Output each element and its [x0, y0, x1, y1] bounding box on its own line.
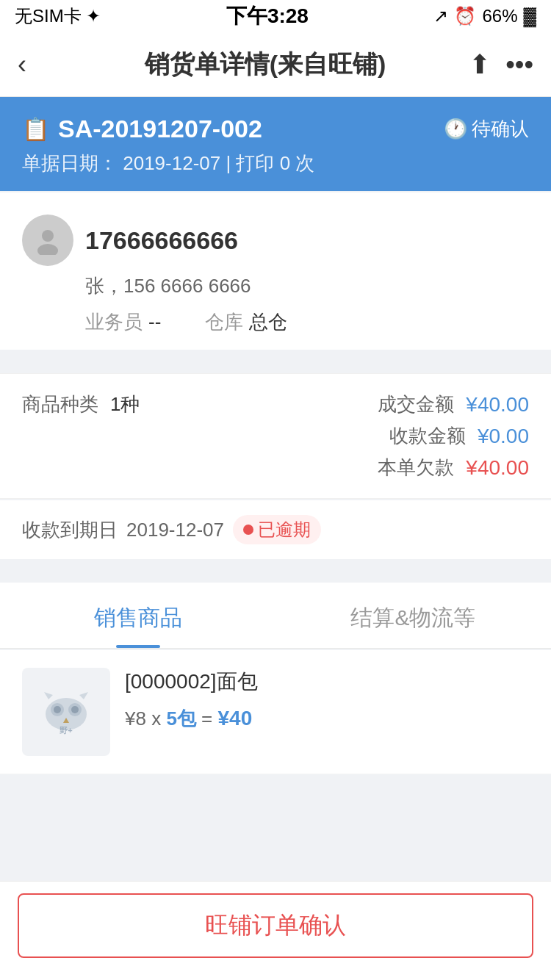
order-date-line: 单据日期： 2019-12-07 | 打印 0 次 [22, 151, 529, 176]
due-date-label: 收款到期日 [22, 517, 118, 543]
order-status: 🕐 待确认 [444, 116, 529, 142]
owed-row: 本单欠款 ¥40.00 [378, 455, 529, 480]
product-image: 野+ [22, 668, 110, 756]
overdue-label: 已逾期 [258, 518, 311, 541]
clock-icon: 🕐 [444, 118, 467, 140]
page-title: 销货单详情(来自旺铺) [62, 48, 469, 82]
product-total: ¥40 [218, 707, 253, 729]
warehouse-value: 总仓 [249, 309, 287, 335]
tab-settlement[interactable]: 结算&物流等 [276, 583, 551, 648]
location-icon: ↗ [433, 6, 448, 26]
sales-meta: 业务员 -- [85, 309, 161, 335]
tab-sales-products[interactable]: 销售商品 [0, 583, 276, 648]
product-type-value: 1种 [110, 392, 140, 417]
deal-amount-label: 成交金额 [378, 392, 454, 417]
svg-text:野+: 野+ [60, 726, 72, 735]
more-icon[interactable]: ••• [505, 49, 533, 80]
warehouse-meta: 仓库 总仓 [205, 309, 287, 335]
summary-right: 成交金额 ¥40.00 收款金额 ¥0.00 本单欠款 ¥40.00 [378, 392, 529, 480]
equals-sign: = [201, 707, 217, 729]
svg-point-5 [54, 706, 61, 713]
nav-bar: ‹ 销货单详情(来自旺铺) ⬆ ••• [0, 32, 551, 97]
order-banner-top: 📋 SA-20191207-002 🕐 待确认 [22, 115, 529, 143]
divider-1 [0, 350, 551, 361]
nav-actions: ⬆ ••• [469, 49, 533, 80]
summary-left: 商品种类 1种 [22, 392, 140, 417]
customer-name: 张，156 6666 6666 [85, 273, 529, 299]
product-price-line: ¥8 x 5包 = ¥40 [125, 706, 529, 732]
tabs-section: 销售商品 结算&物流等 [0, 583, 551, 649]
svg-marker-10 [79, 692, 88, 699]
back-button[interactable]: ‹ [18, 49, 62, 80]
customer-phone: 17666666666 [85, 226, 238, 255]
tab-underline [116, 645, 160, 648]
avatar [22, 215, 73, 266]
multiply-sign: x [151, 707, 166, 729]
overdue-badge: 已逾期 [233, 515, 321, 544]
deal-amount-row: 成交金额 ¥40.00 [378, 392, 529, 417]
divider-2 [0, 559, 551, 571]
product-info: [0000002]面包 ¥8 x 5包 = ¥40 [125, 668, 529, 732]
due-section: 收款到期日 2019-12-07 已逾期 [0, 500, 551, 559]
order-banner: 📋 SA-20191207-002 🕐 待确认 单据日期： 2019-12-07… [0, 97, 551, 191]
overdue-dot-icon [243, 525, 253, 535]
received-row: 收款金额 ¥0.00 [389, 423, 529, 449]
confirm-order-button[interactable]: 旺铺订单确认 [18, 893, 533, 958]
order-icon: 📋 [22, 116, 49, 142]
battery-icon: ▓ [524, 6, 537, 26]
svg-point-6 [71, 706, 79, 713]
owed-label: 本单欠款 [378, 455, 454, 480]
due-date-value: 2019-12-07 [126, 519, 224, 541]
customer-meta: 业务员 -- 仓库 总仓 [85, 309, 529, 335]
customer-section: 17666666666 张，156 6666 6666 业务员 -- 仓库 总仓 [0, 192, 551, 350]
summary-section: 商品种类 1种 成交金额 ¥40.00 收款金额 ¥0.00 本单欠款 ¥40.… [0, 373, 551, 499]
share-icon[interactable]: ⬆ [469, 49, 491, 80]
product-price: ¥8 [125, 707, 146, 729]
carrier-text: 无SIM卡 ✦ [15, 4, 101, 28]
received-label: 收款金额 [389, 423, 466, 449]
deal-amount-value: ¥40.00 [466, 393, 529, 417]
svg-point-0 [42, 230, 54, 242]
customer-top: 17666666666 [22, 215, 529, 266]
product-item: 野+ [0000002]面包 ¥8 x 5包 = ¥40 [0, 650, 551, 774]
received-value: ¥0.00 [478, 425, 529, 448]
order-id: 📋 SA-20191207-002 [22, 115, 262, 143]
sales-value: -- [148, 311, 161, 334]
product-quantity: 5包 [166, 707, 195, 729]
owed-value: ¥40.00 [466, 456, 529, 480]
battery-text: 66% [482, 6, 517, 26]
warehouse-label: 仓库 [205, 309, 243, 335]
status-bar: 无SIM卡 ✦ 下午3:28 ↗ ⏰ 66% ▓ [0, 0, 551, 32]
product-type-label: 商品种类 [22, 392, 98, 417]
tabs-row: 销售商品 结算&物流等 [0, 583, 551, 648]
products-section: 野+ [0000002]面包 ¥8 x 5包 = ¥40 [0, 650, 551, 774]
alarm-icon: ⏰ [454, 6, 476, 26]
svg-point-1 [37, 244, 58, 255]
status-time: 下午3:28 [226, 2, 309, 30]
status-right: ↗ ⏰ 66% ▓ [433, 6, 536, 26]
product-name: [0000002]面包 [125, 668, 529, 696]
sales-label: 业务员 [85, 309, 143, 335]
bottom-bar: 旺铺订单确认 [0, 881, 551, 980]
svg-marker-9 [44, 692, 53, 699]
status-left: 无SIM卡 ✦ [15, 4, 101, 28]
